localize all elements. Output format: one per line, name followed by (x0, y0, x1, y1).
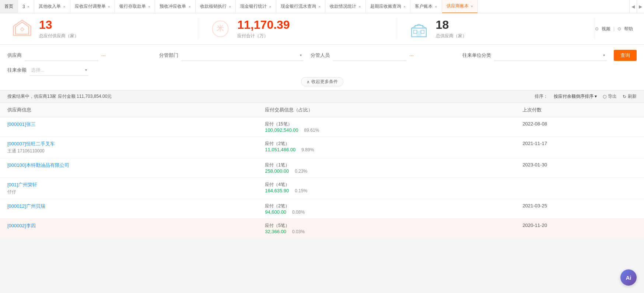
stat-payable-suppliers-number: 13 (39, 18, 79, 31)
bank-deposit-close[interactable]: × (148, 4, 150, 9)
tx-amount-link[interactable]: 94,600.00 (265, 209, 286, 215)
collapse-button[interactable]: ∧ 收起更多条件 (301, 77, 343, 86)
person-input[interactable] (333, 50, 406, 61)
stat-payable-amount-number: 11,170.39 (237, 18, 290, 31)
tx-amount-link[interactable]: 164,635.90 (265, 188, 289, 193)
stat-total-suppliers-label: 总供应商（家） (436, 33, 467, 39)
refresh-icon: ↻ (623, 94, 626, 99)
tx-amount-row: 32,366.00 0.03% (265, 229, 508, 234)
collection-stat-close[interactable]: × (358, 4, 361, 9)
tx-amount-link[interactable]: 258,000.00 (265, 168, 289, 174)
tx-percentage: 0.23% (295, 169, 307, 174)
tx-amount-link[interactable]: 11,051,486.00 (265, 147, 295, 152)
last-payment-cell: 2021-11-17 (515, 137, 644, 158)
table-header: 供应商信息 应付交易信息（占比） 上次付数 (0, 103, 644, 117)
supplier-link[interactable]: [000100]本特勤油品有限公司 (7, 162, 69, 168)
supplier-link[interactable]: [000012]广州贝瑞 (7, 203, 45, 209)
department-select[interactable]: ▾ (181, 50, 304, 61)
export-icon: ⬡ (603, 94, 606, 99)
department-label: 分管部门 (159, 52, 178, 59)
other-income-close[interactable]: × (63, 4, 65, 9)
nav-tab-ar-adjust[interactable]: 应收应付调整单 × (70, 0, 115, 13)
nav-tab-other-income[interactable]: 其他收入单 × (34, 0, 70, 13)
nav-tab-prepay-ar[interactable]: 预收冲应收单 × (155, 0, 195, 13)
filter-row-1: 供应商 ··· 分管部门 ▾ 分管人员 ··· 往来单位分类 ▾ 查询 (7, 50, 637, 61)
nav-tab-cash-bank-stat[interactable]: 现金银行统计 × (236, 0, 276, 13)
refresh-button[interactable]: ↻ 刷新 (623, 93, 637, 100)
tx-amount-row: 94,600.00 0.08% (265, 209, 508, 215)
nav-tab-supplier-ledger[interactable]: 供应商账本 × (442, 0, 478, 13)
help-link[interactable]: 帮助 (624, 26, 633, 32)
overdue-ar-close[interactable]: × (403, 4, 406, 9)
tx-amount-row: 11,051,486.00 9.89% (265, 147, 508, 152)
circle-icon: ⊙ (595, 26, 599, 31)
balance-chevron-icon: ▾ (85, 68, 87, 72)
last-payment-cell (515, 178, 644, 199)
table-body: [000001]张三 应付（15笔） 100,092,540.00 89.61%… (0, 117, 644, 238)
supplier-link[interactable]: [000001]张三 (7, 121, 36, 127)
sort-value[interactable]: 按应付余额倒序排序 ▾ (554, 93, 597, 100)
supplier-ledger-close[interactable]: × (471, 4, 473, 8)
export-label: 导出 (608, 93, 617, 100)
nav-tab-home[interactable]: 首页 (0, 0, 18, 13)
stats-bar: ◇ 13 总应付供应商（家） 米 11,170.39 应付合计（万） (0, 13, 644, 45)
tx-amount-link[interactable]: 32,366.00 (265, 229, 286, 234)
transaction-cell: 应付（1笔） 258,000.00 0.23% (258, 158, 515, 178)
collection-verify-close[interactable]: × (229, 4, 231, 9)
nav-next-arrow[interactable]: ▶ (637, 0, 644, 13)
supplier-cell: [000001]张三 (0, 117, 258, 137)
prepay-ar-close[interactable]: × (188, 4, 190, 9)
supplier-cell: [000007]恒旺二手叉车王通 17106110000 (0, 137, 258, 158)
collapse-row: ∧ 收起更多条件 (7, 77, 637, 86)
stat-total-suppliers: 18 总供应商（家） (397, 18, 595, 40)
cash-bank-flow-close[interactable]: × (318, 4, 321, 9)
tx-percentage: 0.03% (292, 229, 305, 234)
cash-bank-flow-label: 现金银行流水查询 (281, 3, 316, 10)
tx-label: 应付（2笔） (265, 203, 508, 209)
supplier-link[interactable]: [000007]恒旺二手叉车 (7, 141, 55, 146)
customer-ledger-close[interactable]: × (435, 4, 437, 9)
table-row: [000007]恒旺二手叉车王通 17106110000 应付（2笔） 11,0… (0, 137, 644, 158)
tx-label: 应付（2笔） (265, 141, 508, 147)
tx-amount-link[interactable]: 100,092,540.00 (265, 127, 298, 133)
table-row: [000001]张三 应付（15笔） 100,092,540.00 89.61%… (0, 117, 644, 137)
table-row: [000012]广州贝瑞 应付（2笔） 94,600.00 0.08% 2021… (0, 199, 644, 219)
query-button[interactable]: 查询 (614, 50, 637, 61)
supplier-cell: [000002]李四 (0, 219, 258, 238)
nav-tab-overdue-ar[interactable]: 超期应收账查询 × (366, 0, 410, 13)
supplier-link[interactable]: [001]广州荣轩 (7, 182, 37, 187)
ar-adjust-close[interactable]: × (108, 4, 110, 9)
tx-label: 应付（4笔） (265, 182, 508, 188)
tab-3-close[interactable]: × (27, 4, 29, 9)
nav-tab-collection-verify[interactable]: 收款核销执行 × (196, 0, 236, 13)
result-bar: 搜索结果中，供应商13家 应付金额 111,703,854.00元 排序： 按应… (0, 90, 644, 103)
person-dots-btn[interactable]: ··· (409, 52, 414, 58)
category-chevron-icon: ▾ (603, 53, 605, 57)
data-table-container: 供应商信息 应付交易信息（占比） 上次付数 [000001]张三 应付（15笔）… (0, 103, 644, 238)
table-row: [000002]李四 应付（5笔） 32,366.00 0.03% 2020-1… (0, 219, 644, 238)
supplier-label: 供应商 (7, 52, 22, 59)
stat-payable-suppliers: ◇ 13 总应付供应商（家） (7, 18, 198, 40)
nav-tab-cash-bank-flow[interactable]: 现金银行流水查询 × (276, 0, 325, 13)
category-select[interactable]: ▾ (494, 50, 607, 61)
main-content-scroll[interactable]: 供应商信息 应付交易信息（占比） 上次付数 [000001]张三 应付（15笔）… (0, 103, 644, 238)
collapse-up-icon: ∧ (307, 79, 310, 85)
supplier-input[interactable] (25, 50, 98, 61)
supplier-dots-btn[interactable]: ··· (101, 52, 106, 58)
refresh-label: 刷新 (628, 93, 637, 100)
cash-bank-stat-close[interactable]: × (269, 4, 271, 9)
nav-arrows: ◀ ▶ (629, 0, 644, 13)
nav-tab-collection-stat[interactable]: 收款情况统计 × (325, 0, 365, 13)
stat-payable-amount: 米 11,170.39 应付合计（万） (198, 18, 396, 40)
nav-tab-3[interactable]: 3 × (18, 0, 34, 13)
nav-tab-bank-deposit[interactable]: 银行存取款单 × (115, 0, 155, 13)
nav-tab-customer-ledger[interactable]: 客户账本 × (410, 0, 442, 13)
nav-prev-arrow[interactable]: ◀ (629, 0, 637, 13)
bank-deposit-label: 银行存取款单 (119, 3, 146, 10)
balance-select[interactable]: 选择... ▾ (29, 65, 88, 76)
filter-supplier: 供应商 ··· (7, 50, 152, 61)
export-button[interactable]: ⬡ 导出 (603, 93, 617, 100)
video-link[interactable]: 视频 (602, 26, 610, 32)
col-header-last-payment: 上次付数 (515, 103, 644, 117)
supplier-link[interactable]: [000002]李四 (7, 223, 36, 228)
